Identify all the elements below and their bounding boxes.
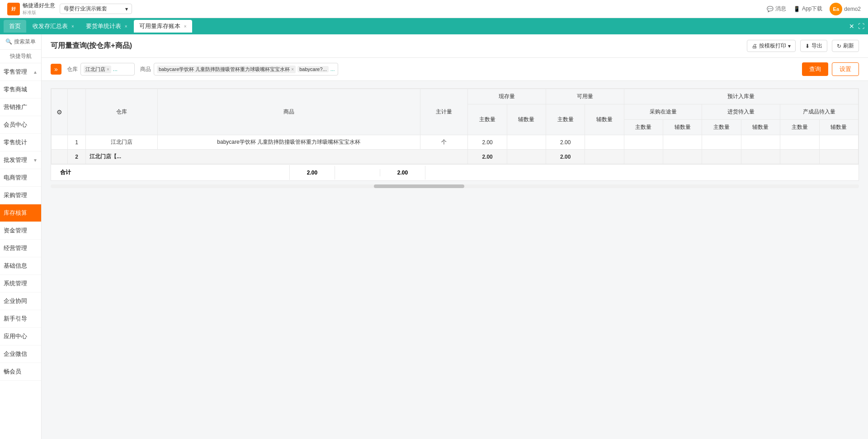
footer-avail-aux (425, 169, 859, 176)
settings-btn[interactable]: 设置 (832, 62, 859, 76)
sidebar-item-retail-stats-label: 零售统计 (4, 138, 27, 146)
industry-selector[interactable]: 母婴行业演示账套 ▾ (60, 4, 132, 14)
tab-available-label: 可用量库存账本 (139, 22, 180, 30)
group-incoming-aux-cell (741, 150, 780, 164)
tab-available-close[interactable]: × (184, 24, 187, 29)
close-all-icon[interactable]: ✕ (849, 23, 854, 30)
group-settings-cell (52, 150, 68, 164)
page-title: 可用量查询(按仓库+商品) (51, 41, 132, 51)
sidebar-item-member[interactable]: 会员中心 (0, 116, 41, 134)
sidebar-item-wechat-work[interactable]: 企业微信 (0, 345, 41, 363)
sidebar-item-retail-mall-label: 零售商城 (4, 85, 27, 94)
chevron-up-icon: ▲ (33, 70, 38, 75)
sidebar-item-basics[interactable]: 基础信息 (0, 257, 41, 275)
product-more-btn[interactable]: ... (330, 66, 335, 72)
tab-receive-label: 收发存汇总表 (33, 22, 68, 30)
col-incoming-main-header: 主数量 (702, 120, 741, 135)
app-download-btn[interactable]: 📱 App下载 (793, 5, 822, 13)
col-index-header (68, 89, 86, 135)
sidebar-item-inventory[interactable]: 库存核算 (0, 204, 41, 222)
refresh-icon: ↻ (837, 43, 841, 49)
group-incoming-main-cell (702, 150, 741, 164)
logo-sub: 标准版 (23, 9, 55, 16)
row-settings-cell (52, 135, 68, 150)
query-btn[interactable]: 查询 (802, 62, 828, 76)
warehouse-filter-tags[interactable]: 江北门店 × ... (80, 63, 135, 76)
page-actions: 🖨 按模板打印 ▾ ⬇ 导出 ↻ 刷新 (747, 40, 859, 52)
scrollbar-thumb[interactable] (374, 184, 464, 188)
tab-available-stock[interactable]: 可用量库存账本 × (134, 20, 192, 33)
refresh-label: 刷新 (843, 42, 854, 50)
printer-icon: 🖨 (752, 43, 757, 49)
filter-product: 商品 babycare学饮杯 儿童防摔防撞吸管杯重力球吸嘴杯宝宝水杯 × bab… (140, 63, 338, 76)
sidebar-search[interactable]: 🔍 搜索菜单 (0, 34, 41, 50)
export-btn[interactable]: ⬇ 导出 (800, 40, 827, 52)
sidebar-item-newuser[interactable]: 新手引导 (0, 310, 41, 328)
col-production-group-header: 产成品待入量 (780, 104, 859, 120)
sidebar-item-finance[interactable]: 资金管理 (0, 222, 41, 240)
message-btn[interactable]: 💬 消息 (767, 5, 786, 13)
row-incoming-aux-cell (741, 135, 780, 150)
sidebar-item-retail-mall[interactable]: 零售商城 (0, 81, 41, 99)
top-bar-right: 💬 消息 📱 App下载 Ea demo2 (767, 3, 861, 15)
tab-requisition-close[interactable]: × (125, 24, 127, 29)
sidebar-item-ecommerce-label: 电商管理 (4, 174, 27, 182)
group-stock-aux-cell (507, 150, 546, 164)
col-incoming-group-header: 进货待入量 (702, 104, 780, 120)
sidebar-item-basics-label: 基础信息 (4, 262, 27, 270)
warehouse-tag-close[interactable]: × (107, 67, 109, 72)
app-download-label: App下载 (802, 5, 822, 13)
sidebar-item-operations[interactable]: 经营管理 (0, 240, 41, 257)
sidebar-quick-nav-label: 快捷导航 (10, 53, 32, 59)
user-area[interactable]: Ea demo2 (830, 3, 861, 15)
refresh-btn[interactable]: ↻ 刷新 (832, 40, 859, 52)
product-tag-close[interactable]: × (291, 67, 294, 72)
tab-requisition-stats[interactable]: 要货单统计表 × (80, 20, 133, 33)
sidebar-item-wholesale[interactable]: 批发管理 ▼ (0, 151, 41, 169)
col-settings-header[interactable]: ⚙ (52, 89, 68, 135)
sidebar-item-appstore[interactable]: 应用中心 (0, 328, 41, 345)
product-label: 商品 (140, 66, 151, 73)
group-warehouse-cell: 江北门店【... (86, 150, 468, 164)
chevron-down-icon: ▾ (125, 6, 128, 12)
product-tag-text: babycare学饮杯 儿童防摔防撞吸管杯重力球吸嘴杯宝宝水杯 (159, 66, 290, 73)
product-filter-tags[interactable]: babycare学饮杯 儿童防摔防撞吸管杯重力球吸嘴杯宝宝水杯 × babyca… (154, 63, 338, 76)
print-label: 按模板打印 (759, 42, 786, 50)
col-purchase-aux-header: 辅数量 (663, 120, 702, 135)
col-purchase-main-header: 主数量 (624, 120, 663, 135)
sidebar-item-marketing[interactable]: 营销推广 (0, 99, 41, 116)
filter-warehouse: 仓库 江北门店 × ... (67, 63, 135, 76)
col-avail-group-header: 可用量 (546, 89, 624, 104)
col-purchase-group-header: 采购在途量 (624, 104, 702, 120)
sidebar-item-purchase[interactable]: 采购管理 (0, 187, 41, 204)
col-stock-main-header: 主数量 (468, 104, 507, 135)
filter-actions: 查询 设置 (802, 62, 859, 76)
filter-expand-btn[interactable]: » (51, 64, 61, 75)
sidebar-item-finance-label: 资金管理 (4, 227, 27, 235)
expand-icon[interactable]: ⛶ (858, 23, 864, 30)
sidebar-item-ecommerce[interactable]: 电商管理 (0, 169, 41, 187)
user-name: demo2 (844, 6, 861, 12)
sidebar-item-retail-mgmt[interactable]: 零售管理 ▲ (0, 63, 41, 81)
sidebar-quick-nav[interactable]: 快捷导航 (0, 50, 41, 63)
col-production-main-header: 主数量 (780, 120, 819, 135)
sidebar-item-collab[interactable]: 企业协同 (0, 293, 41, 310)
tab-receive-summary[interactable]: 收发存汇总表 × (27, 20, 80, 33)
sidebar-item-inventory-label: 库存核算 (4, 209, 27, 217)
warehouse-more-btn[interactable]: ... (113, 66, 118, 72)
logo-text: 畅捷通好生意 (23, 2, 55, 9)
sidebar-item-marketing-label: 营销推广 (4, 103, 27, 111)
tab-home[interactable]: 首页 (4, 20, 26, 33)
scrollbar-track[interactable] (51, 184, 859, 188)
sidebar-item-system[interactable]: 系统管理 (0, 275, 41, 293)
phone-icon: 📱 (793, 6, 800, 12)
sidebar-item-retail-stats[interactable]: 零售统计 (0, 134, 41, 151)
scroll-area[interactable]: ⚙ 仓库 商品 主计量 现存量 (51, 88, 859, 165)
sidebar-item-member-plus[interactable]: 畅会员 (0, 363, 41, 381)
row-avail-aux-cell (585, 135, 624, 150)
row-production-main-cell (780, 135, 819, 150)
print-btn[interactable]: 🖨 按模板打印 ▾ (747, 40, 796, 52)
sidebar-item-retail-mgmt-label: 零售管理 (4, 68, 27, 76)
col-avail-main-header: 主数量 (546, 104, 585, 135)
tab-receive-close[interactable]: × (71, 24, 74, 29)
